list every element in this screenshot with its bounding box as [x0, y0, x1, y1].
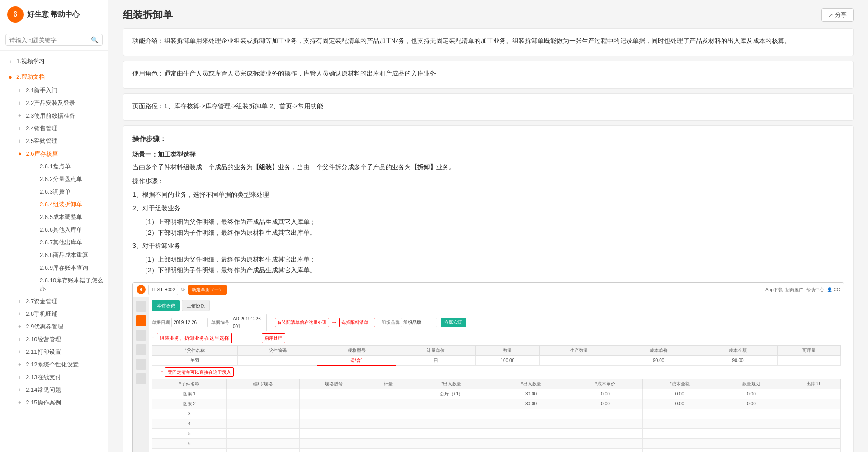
search-box[interactable]: 🔍: [5, 34, 103, 46]
th-child-name: *子件名称: [152, 379, 227, 389]
th-qty: 数量: [476, 345, 540, 355]
table-row: 6: [152, 438, 841, 448]
main-header: 组装拆卸单 ↗ 分享: [108, 0, 868, 28]
mock-org-group: 组织品牌 组织品牌: [382, 318, 437, 327]
sidebar-item-coupon[interactable]: + 2.9优惠券管理: [14, 320, 108, 333]
sidebar-item-settings[interactable]: + 2.12系统个性化设置: [14, 358, 108, 371]
table-row: 7: [152, 448, 841, 452]
sidebar-item-assembly[interactable]: 2.6.4组装拆卸单: [36, 198, 108, 211]
th-child-code: 编码/规格: [226, 379, 299, 389]
sidebar-item-otheroutbound[interactable]: 2.6.7其他出库单: [36, 236, 108, 249]
sidebar-item-transfer[interactable]: 2.6.3调拨单: [36, 186, 108, 198]
mock-billno-input: AD-20191226-001: [231, 314, 267, 331]
mock-org-label: 组织品牌: [382, 319, 400, 326]
step2-sub2: （2）下部明细为子件明细，最终作为原材料生成其它出库单。: [132, 228, 844, 238]
th-child-outqty: *出入数量: [494, 379, 568, 389]
path-card: 页面路径：1、库存核算->库存管理->组装拆卸单 2、首页->常用功能: [123, 93, 854, 121]
nav-list: + 1.视频学习 ● 2.帮助文档 + 2.1新手入门 + 2.2产品安装及登录: [0, 51, 108, 452]
sidebar-item-purchase[interactable]: + 2.5采购管理: [14, 135, 108, 147]
th-avail: 可用量: [778, 345, 841, 355]
mock-topbar-left: 6 TEST-H002 ⟳ 新建单据（一）: [137, 285, 762, 295]
arrow-right-icon: →: [331, 317, 337, 328]
mock-org-input: 组织品牌: [401, 318, 437, 327]
step1: 1、根据不同的业务，选择不同单据的类型来处理: [132, 190, 844, 200]
mock-billno-group: 单据编号 AD-20191226-001: [211, 314, 267, 331]
sidebar-item-finance[interactable]: + 2.7资金管理: [14, 295, 108, 308]
mock-billno-label: 单据编号: [211, 319, 229, 326]
sidebar: 6 好生意 帮助中心 🔍 + 1.视频学习 ● 2.帮助文档 +: [0, 0, 108, 452]
th-child-spec: 规格型号: [299, 379, 368, 389]
sidebar-item-payment[interactable]: + 2.13在线支付: [14, 371, 108, 384]
sidebar-item-splitstock[interactable]: 2.6.2分量盘点单: [36, 173, 108, 186]
mock-date-label: 单据日期: [152, 319, 170, 326]
ann-label-unlimited: 无固定清单可以直接在这里录入: [165, 367, 234, 377]
th-child-uprice: *成本单价: [568, 379, 643, 389]
mock-tabs: 本馆收费 上馆协议: [152, 300, 841, 311]
mock-topbar: 6 TEST-H002 ⟳ 新建单据（一） App下载 招商推广 帮助中心 👤 …: [133, 283, 844, 297]
th-unitcost: 成本单价: [619, 345, 698, 355]
sidebar-item-mobile[interactable]: + 2.8手机旺铺: [14, 308, 108, 320]
mock-tab-2: 上馆协议: [182, 300, 210, 311]
sidebar-item-videos[interactable]: + 1.视频学习: [0, 54, 108, 69]
steps-intro: 操作步骤：: [132, 176, 844, 187]
th-child-plan: 数量规划: [717, 379, 786, 389]
mock-user-icon: 👤 CC: [827, 286, 840, 294]
sidebar-item-stockbook[interactable]: 2.6.9库存账本查询: [36, 262, 108, 274]
step3: 3、对于拆卸业务: [132, 241, 844, 252]
sidebar-item-sales[interactable]: + 2.4销售管理: [14, 122, 108, 135]
sidebar-item-print[interactable]: + 2.11打印设置: [14, 346, 108, 358]
ann-arrow-up-type: ↑: [152, 334, 154, 342]
share-button[interactable]: ↗ 分享: [821, 8, 854, 22]
sidebar-item-install[interactable]: + 2.2产品安装及登录: [14, 97, 108, 109]
sidebar-item-stocktake[interactable]: 2.6.1盘点单: [36, 160, 108, 173]
main-panel: 组装拆卸单 ↗ 分享 功能介绍：组装拆卸单用来处理企业组装或拆卸等加工业务，支持…: [108, 0, 868, 452]
mock-helpcenter: 帮助中心: [806, 286, 824, 294]
step3-sub1: （1）上部明细为父件明细，最终作为原材料生成其它出库单；: [132, 254, 844, 265]
table-row: 5: [152, 428, 841, 438]
mock-company-dropdown: TEST-H002: [148, 285, 178, 295]
sidebar-item-stockbook-error[interactable]: 2.6.10库存账本错了怎么办: [36, 274, 108, 295]
mock-save-btn: 立即实现: [441, 318, 466, 327]
sidebar-item-newuser[interactable]: + 2.1新手入门: [14, 84, 108, 97]
mock-annotation-type-row: ↑ 组装业务、拆卸业务在这里选择 启用处理: [152, 333, 841, 343]
mock-left-nav: [133, 297, 149, 452]
ann-arrow-up-unlimited: ↑: [161, 368, 163, 376]
sidebar-item-costrecompute[interactable]: 2.6.8商品成本重算: [36, 249, 108, 262]
sidebar-item-dataprep[interactable]: + 2.3使用前数据准备: [14, 109, 108, 122]
table-row: 4: [152, 419, 841, 428]
sidebar-item-operations[interactable]: + 2.10经营管理: [14, 333, 108, 346]
th-child-out: 出库/U: [786, 379, 840, 389]
mock-form-row1: 单据日期 2019-12-26 单据编号 AD-20191226-001 有装配…: [152, 314, 841, 331]
mock-table-parent: *父件名称 父件编码 规格型号 计量单位 数量 生产数量 成本单价 成本金额 可…: [152, 345, 841, 366]
sidebar-item-helpdocs[interactable]: ● 2.帮助文档: [0, 70, 108, 84]
minus-icon: ●: [7, 74, 14, 81]
sidebar-item-faq[interactable]: + 2.14常见问题: [14, 384, 108, 396]
sidebar-item-inventory[interactable]: ● 2.6库存核算: [14, 147, 108, 160]
mock-nav-icon-5: [136, 359, 146, 370]
sidebar-item-costadjust[interactable]: 2.6.5成本调整单: [36, 211, 108, 224]
search-icon[interactable]: 🔍: [91, 36, 99, 43]
search-input[interactable]: [9, 37, 91, 43]
table-row: 3: [152, 409, 841, 419]
table-row: 图果 2 30.00 0.00 0.00 0.00: [152, 399, 841, 409]
role-card: 使用角色：通常由生产人员或库管人员完成拆装业务的操作，库管人员确认原材料的出库和…: [123, 61, 854, 89]
mock-app-body: 本馆收费 上馆协议 单据日期 2019-12-26 单据编号 AD-201: [133, 297, 844, 452]
nav-section-helpdocs: ● 2.帮助文档 + 2.1新手入门 + 2.2产品安装及登录 + 2.3使用前…: [0, 70, 108, 409]
sidebar-item-cases[interactable]: + 2.15操作案例: [14, 396, 108, 409]
mock-date-input: 2019-12-26: [171, 318, 208, 327]
mock-promotion: 招商推广: [785, 286, 803, 294]
th-child-inqty: *出入数量: [409, 379, 494, 389]
step2-sub1: （1）上部明细为父件明细，最终作为产成品生成其它入库单；: [132, 217, 844, 228]
mock-nav-icon-2: [136, 315, 146, 326]
helpdocs-subnav: + 2.1新手入门 + 2.2产品安装及登录 + 2.3使用前数据准备 + 2.…: [0, 84, 108, 409]
mock-confirm-btn: 选择配料清单: [339, 318, 375, 327]
th-parent-name: *父件名称: [152, 345, 238, 355]
ann-label-enable: 启用处理: [262, 333, 285, 343]
mock-nav-icon-1: [136, 301, 146, 312]
ann-label-type: 组装业务、拆卸业务在这里选择: [157, 333, 232, 343]
th-prodqty: 生产数量: [540, 345, 619, 355]
sidebar-item-otherinbound[interactable]: 2.6.6其他入库单: [36, 224, 108, 236]
mock-form-area: 本馆收费 上馆协议 单据日期 2019-12-26 单据编号 AD-201: [149, 297, 844, 452]
intro-card: 功能介绍：组装拆卸单用来处理企业组装或拆卸等加工业务，支持有固定装配清单的产品加…: [123, 28, 854, 56]
intro-text: 功能介绍：组装拆卸单用来处理企业组装或拆卸等加工业务，支持有固定装配清单的产品加…: [132, 36, 844, 47]
